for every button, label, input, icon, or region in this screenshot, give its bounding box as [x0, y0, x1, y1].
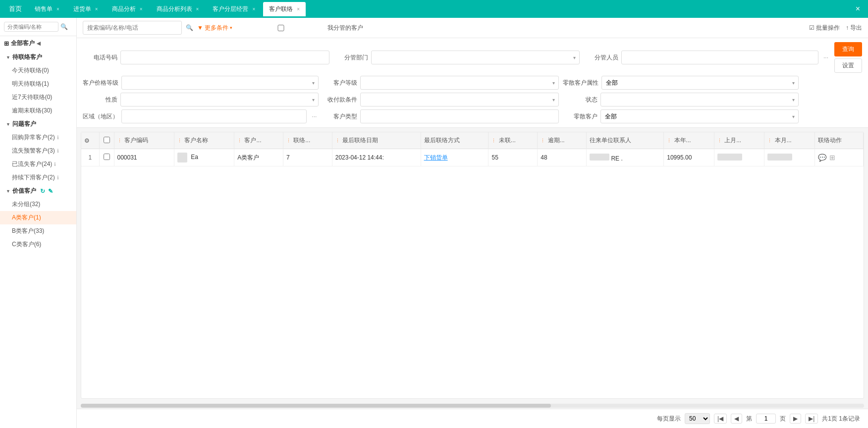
- sidebar-group-pending[interactable]: ▼ 待联络客户: [0, 51, 76, 64]
- nav-tab-purchase-close[interactable]: ×: [95, 6, 98, 12]
- grid-action-icon[interactable]: ⊞: [829, 154, 835, 161]
- col-settings[interactable]: ⚙: [81, 132, 99, 149]
- nav-home[interactable]: 首页: [4, 1, 27, 16]
- last-page-button[interactable]: ▶|: [805, 414, 818, 424]
- sort-icon2[interactable]: ⋮: [177, 138, 182, 143]
- filter-retail-cust-select[interactable]: 全部: [600, 109, 799, 123]
- filter-retail-attr-wrapper: 全部: [601, 76, 799, 90]
- col-contact-count: ⋮ 联络...: [283, 132, 332, 149]
- filter-price-level-wrapper: [121, 76, 319, 90]
- nav-tab-customer-mgmt[interactable]: 客户分层经营 ×: [207, 2, 261, 16]
- sort-icon6[interactable]: ⋮: [491, 138, 496, 143]
- filter-phone-input[interactable]: [120, 51, 329, 64]
- settings-icon[interactable]: ⚙: [84, 137, 90, 144]
- sidebar-search-icon[interactable]: 🔍: [60, 23, 68, 30]
- filter-retail-attr-label: 零散客户属性: [563, 79, 598, 87]
- sidebar-item-ungrouped[interactable]: 未分组(32): [0, 198, 76, 211]
- batch-icon: ☑: [809, 24, 814, 31]
- sidebar-item-churned[interactable]: 已流失客户(24) ℹ: [0, 158, 76, 171]
- prev-page-button[interactable]: ◀: [731, 414, 742, 424]
- filter-person-dots[interactable]: ···: [821, 54, 830, 61]
- sidebar-search-input[interactable]: [4, 22, 58, 32]
- select-all-checkbox[interactable]: [104, 137, 110, 143]
- sidebar-item-today[interactable]: 今天待联络(0): [0, 64, 76, 77]
- per-page-select[interactable]: 50 100 200: [685, 413, 710, 424]
- sidebar-item-overdue[interactable]: 逾期未联络(30): [0, 104, 76, 117]
- query-button[interactable]: 查询: [834, 42, 862, 56]
- nav-tab-purchase[interactable]: 进货单 ×: [67, 2, 104, 16]
- page-unit-label: 页: [780, 415, 786, 423]
- sort-icon4[interactable]: ⋮: [286, 138, 291, 143]
- nav-tab-sales-close[interactable]: ×: [56, 6, 59, 12]
- col-contacts-person-label: 往来单位联系人: [590, 137, 631, 144]
- nav-tab-customer-contact[interactable]: 客户联络 ×: [263, 2, 306, 16]
- nav-tab-analysis-list[interactable]: 商品分析列表 ×: [151, 2, 205, 16]
- row-last-method-link[interactable]: 下销货单: [424, 154, 448, 161]
- nav-tab-analysis-list-close[interactable]: ×: [196, 6, 199, 12]
- nav-tab-customer-contact-close[interactable]: ×: [297, 6, 300, 12]
- export-button[interactable]: ↑ 导出: [846, 24, 862, 32]
- sidebar-item-7days[interactable]: 近7天待联络(0): [0, 91, 76, 104]
- sidebar-item-declining[interactable]: 持续下滑客户(2) ℹ: [0, 171, 76, 184]
- row-contacts-text: RE .: [611, 155, 622, 162]
- filter-dept-select[interactable]: [371, 51, 580, 64]
- next-page-button[interactable]: ▶: [790, 414, 801, 424]
- col-checkbox: [99, 132, 114, 149]
- sidebar-item-abnormal[interactable]: 回购异常客户(2) ℹ: [0, 131, 76, 144]
- nav-tab-analysis-close[interactable]: ×: [140, 6, 143, 12]
- my-customers-checkbox[interactable]: [236, 25, 326, 31]
- sort-icon10[interactable]: ⋮: [767, 138, 772, 143]
- filter-nature-select[interactable]: [120, 93, 319, 107]
- filter-price-level-select[interactable]: [121, 76, 319, 90]
- refresh-icon[interactable]: ↻: [40, 188, 45, 195]
- search-input[interactable]: [83, 21, 182, 35]
- all-customers-header[interactable]: ⊞ 全部客户 ◀: [0, 36, 76, 51]
- filter-region-dots[interactable]: ···: [310, 113, 319, 120]
- filter-region-input[interactable]: [121, 109, 307, 123]
- filter-person-input[interactable]: [621, 51, 818, 64]
- sort-icon5[interactable]: ⋮: [335, 138, 340, 143]
- scrollbar-thumb[interactable]: [81, 404, 551, 408]
- main-layout: 🔍 ⊞ 全部客户 ◀ ▼ 待联络客户 今天待联络(0) 明天待联络(1) 近7天…: [0, 18, 868, 428]
- sort-icon8[interactable]: ⋮: [667, 138, 671, 143]
- edit-icon[interactable]: ✎: [48, 188, 53, 195]
- sort-icon[interactable]: ⋮: [117, 138, 122, 143]
- nav-tab-sales[interactable]: 销售单 ×: [29, 2, 65, 16]
- total-label: 共1页 1条记录: [822, 415, 860, 423]
- sidebar-item-a-class[interactable]: A类客户(1): [0, 211, 76, 224]
- row-last-method[interactable]: 下销货单: [421, 149, 488, 166]
- setting-button[interactable]: 设置: [834, 58, 862, 73]
- sidebar-group-problem[interactable]: ▼ 问题客户: [0, 117, 76, 131]
- close-all-tabs-button[interactable]: ×: [852, 2, 864, 15]
- page-input[interactable]: [756, 414, 776, 424]
- grid-icon: ⊞: [4, 40, 9, 47]
- row-num: 1: [81, 149, 99, 166]
- sort-icon7[interactable]: ⋮: [541, 138, 545, 143]
- batch-operation-button[interactable]: ☑ 批量操作: [809, 24, 840, 32]
- sort-icon3[interactable]: ⋮: [237, 138, 242, 143]
- sidebar-item-b-class[interactable]: B类客户(33): [0, 224, 76, 238]
- chat-action-icon[interactable]: 💬: [818, 154, 826, 161]
- per-page-label: 每页显示: [657, 415, 681, 423]
- nav-tab-customer-mgmt-close[interactable]: ×: [252, 6, 255, 12]
- filter-row-2: 客户价格等级 客户等级 零散客户属性 全部: [83, 76, 862, 90]
- filter-retail-attr-select[interactable]: 全部: [601, 76, 799, 90]
- col-this-month: ⋮ 本月...: [764, 132, 814, 149]
- content-area: 🔍 ▼ 更多条件 ▾ 我分管的客户 ☑ 批量操作 ↑ 导出: [77, 18, 868, 428]
- sort-icon9[interactable]: ⋮: [717, 138, 722, 143]
- filter-cust-type-input[interactable]: [360, 109, 558, 123]
- search-button[interactable]: 🔍: [186, 24, 193, 31]
- sidebar-item-churn-warn[interactable]: 流失预警客户(3) ℹ: [0, 144, 76, 158]
- filter-cust-level-select[interactable]: [360, 76, 558, 90]
- more-filters-button[interactable]: ▼ 更多条件 ▾: [197, 24, 232, 32]
- sidebar-item-tomorrow-label: 明天待联络(1): [12, 80, 49, 88]
- sidebar-item-c-class[interactable]: C类客户(6): [0, 238, 76, 251]
- row-checkbox[interactable]: [104, 154, 110, 160]
- sidebar-item-tomorrow[interactable]: 明天待联络(1): [0, 77, 76, 91]
- sidebar-group-value[interactable]: ▼ 价值客户 ↻ ✎: [0, 184, 76, 198]
- nav-tab-analysis[interactable]: 商品分析 ×: [106, 2, 149, 16]
- filter-status-select[interactable]: [600, 93, 799, 107]
- my-customers-checkbox-label[interactable]: 我分管的客户: [236, 24, 363, 32]
- first-page-button[interactable]: |◀: [714, 414, 727, 424]
- filter-payment-select[interactable]: [360, 93, 558, 107]
